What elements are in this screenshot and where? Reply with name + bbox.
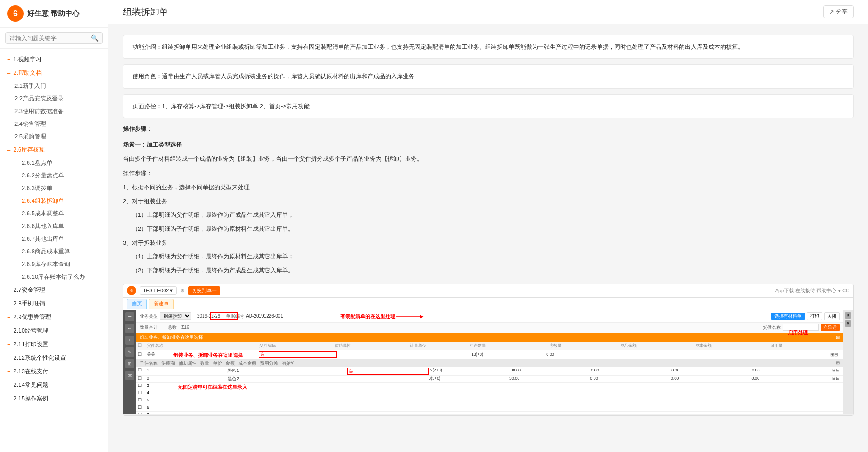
mock-topbar: 6 TEST-H002 ▼ ⚙ 切换到单一 App下载 在线接待 帮助中心 ● … [123,284,853,298]
mock-icon-5[interactable]: ⊞ [125,359,134,368]
mock-confirm-btn[interactable]: 选择有材料单 [771,313,805,320]
mock-save-btn[interactable]: 立采运 [821,324,840,331]
page-title: 组装拆卸单 [123,6,168,18]
expand-icon: + [7,314,11,321]
mock-right-icon-1[interactable]: ⊞ [845,312,851,319]
step2: 2、对于组装业务 [123,196,854,207]
search-area: 🔍 [0,28,108,49]
screenshot-container: 6 TEST-H002 ▼ ⚙ 切换到单一 App下载 在线接待 帮助中心 ● … [123,284,854,416]
expand-icon: + [7,341,11,348]
sidebar-item-cases[interactable]: + 2.15操作案例 [0,392,108,405]
mock-tab-new[interactable]: 新建单 [149,299,174,309]
step1: 1、根据不同的业务，选择不同单据的类型来处理 [123,182,854,193]
search-icon[interactable]: 🔍 [91,34,99,42]
sidebar-item-other-in[interactable]: 2.6.6其他入库单 [0,220,108,233]
sidebar-item-faq[interactable]: + 2.14常见问题 [0,378,108,392]
sidebar-item-online-pay[interactable]: + 2.13在线支付 [0,365,108,378]
content-area: 功能介绍：组装拆卸单用来处理企业组装或拆卸等加工业务，支持有固定装配清单的产品加… [108,24,868,427]
sidebar-item-other-out[interactable]: 2.6.7其他出库单 [0,233,108,245]
sidebar-item-print[interactable]: + 2.11打印设置 [0,338,108,351]
path-intro-text: 页面路径：1、库存核算->库存管理->组装拆卸单 2、首页->常用功能 [132,103,310,109]
func-intro-block: 功能介绍：组装拆卸单用来处理企业组装或拆卸等加工业务，支持有固定装配清单的产品加… [123,35,854,59]
mock-close-btn[interactable]: 关闭 [824,312,840,320]
mock-switch-btn[interactable]: 切换到单一 [188,286,220,295]
sidebar: 6 好生意 帮助中心 🔍 + 1.视频学习 – 2.帮助文档 2.1新手入门 2… [0,0,108,452]
logo-area: 6 好生意 帮助中心 [0,0,108,28]
steps-label: 操作步骤： [123,168,854,179]
sidebar-item-operation[interactable]: + 2.10经营管理 [0,324,108,338]
sidebar-item-docs[interactable]: – 2.帮助文档 [0,66,108,80]
func-intro-text: 功能介绍：组装拆卸单用来处理企业组装或拆卸等加工业务，支持有固定装配清单的产品加… [132,43,744,50]
sidebar-item-coupon[interactable]: + 2.9优惠券管理 [0,310,108,324]
mock-icon-3[interactable]: + [125,336,134,345]
logo-text: 好生意 帮助中心 [27,9,80,19]
search-input[interactable] [9,35,91,42]
mock-icon-6[interactable]: ⌘ [125,371,134,380]
screenshot-mock: 6 TEST-H002 ▼ ⚙ 切换到单一 App下载 在线接待 帮助中心 ● … [123,284,853,415]
mock-body: ☰ ↩ + ✎ ⊞ ⌘ 业务类型 [123,310,853,414]
sidebar-item-cost-adjust[interactable]: 2.6.5成本调整单 [0,207,108,220]
step3: 3、对于拆装业务 [123,238,854,249]
mock-right-icons: ⊞ ⊟ [843,310,853,414]
sidebar-item-assembly[interactable]: 2.6.4组装拆卸单 [0,195,108,207]
mock-warehouse-input[interactable] [783,324,819,331]
expand-icon: + [7,395,11,402]
mock-actions: 选择有材料单 打印 关闭 [771,312,840,320]
type-select[interactable]: 组装拆卸 [160,312,191,320]
sidebar-item-capital[interactable]: + 2.7资金管理 [0,283,108,297]
sidebar-item-stock-wrong[interactable]: 2.6.10库存账本错了么办 [0,271,108,283]
sidebar-item-adjust[interactable]: 2.6.3调拨单 [0,182,108,195]
mock-icon-2[interactable]: ↩ [125,324,134,333]
sidebar-item-cost-calc[interactable]: 2.6.8商品成本重算 [0,245,108,258]
mock-field-type: 业务类型 组装拆卸 [140,312,191,320]
sidebar-item-newbie[interactable]: 2.1新手入门 [0,80,108,92]
mock-main: 业务类型 组装拆卸 2019-12-26 单据编号 AD-20191226-00 [136,310,843,414]
mock-upper-section: 组装业务、拆卸业务在这里选择 ⊞ ☐ 父件名称 父件编码 辅助属性 计量单位 生… [136,333,843,359]
sidebar-item-inventory[interactable]: – 2.6库存核算 [0,143,108,157]
step3-2: （2）下部明细为子件明细，最终作为产成品生成其它入库单。 [123,265,854,276]
mock-lower-row-2: ☐ 2 黑色 2 3(3+0) 30.00 0.00 0.00 0.00 ⊞⊟ [136,376,843,383]
scene1-title: 场景一：加工类型选择 [123,139,854,151]
sidebar-item-sales[interactable]: 2.4销售管理 [0,118,108,130]
mock-left-icons: ☰ ↩ + ✎ ⊞ ⌘ [123,310,136,414]
share-button[interactable]: ↗ 分享 [823,5,854,18]
expand-icon: + [7,287,11,294]
mock-right-icon-2[interactable]: ⊟ [845,320,851,327]
mock-company-select[interactable]: TEST-H002 ▼ [140,286,177,295]
sidebar-item-video[interactable]: + 1.视频学习 [0,52,108,66]
steps-title: 操作步骤： [123,124,854,135]
mock-lower-row-4: ☐ 4 [136,390,843,397]
expand-icon: + [7,56,11,63]
expand-icon: + [7,328,11,334]
sidebar-item-purchase[interactable]: 2.5采购管理 [0,130,108,143]
mock-lower-row-3: ☐ 3 [136,383,843,390]
sidebar-item-data-prep[interactable]: 2.3使用前数据准备 [0,105,108,118]
sidebar-item-stock-query[interactable]: 2.6.9库存账本查询 [0,258,108,271]
sidebar-item-install[interactable]: 2.2产品安装及登录 [0,92,108,105]
search-box[interactable]: 🔍 [5,32,103,44]
mock-lower-section-bar: 子件名称 供应商 辅助属性 数量 单价 金额 成本金额 费用分摊 初始V ⊞ [136,359,843,367]
role-intro-text: 使用角色：通常由生产人员或库管人员完成拆装业务的操作，库管人员确认原材料的出库和… [132,73,415,80]
header-bar: 组装拆卸单 ↗ 分享 [108,0,868,24]
step3-1: （1）上部明细为父件明细，最终作为原材料生成其它出库单； [123,251,854,262]
mock-tab-home[interactable]: 自页 [127,299,147,309]
expand-icon: + [7,382,11,389]
mock-icon-1[interactable]: ☰ [125,312,134,321]
mock-subform: 数量合计： 总数：Σ16 货供名称 立采运 [136,323,843,333]
sidebar-item-mobile[interactable]: + 2.8手机旺铺 [0,297,108,310]
sidebar-item-split-stocktake[interactable]: 2.6.2分量盘点单 [0,169,108,182]
sidebar-item-system[interactable]: + 2.12系统个性化设置 [0,351,108,365]
mock-icon-4[interactable]: ✎ [125,347,134,357]
mock-print-btn[interactable]: 打印 [807,312,822,320]
mock-lower-row-5: ☐ 5 [136,397,843,404]
mock-lower-row-1: ☐ 1 黑色 1 选 2(2+0) 30.00 0.00 0.00 0.00 ⊞… [136,367,843,376]
mock-lower-row-6: ☐ 6 [136,404,843,412]
mock-upper-row-1: ☐ 关关 选 13(+3) 0.00 ⊞⊟ [136,350,843,359]
mock-lower-section: 子件名称 供应商 辅助属性 数量 单价 金额 成本金额 费用分摊 初始V ⊞ [136,359,843,414]
step2-1: （1）上部明细为父件明细，最终作为产成品生成其它入库单； [123,209,854,221]
mock-form-row: 业务类型 组装拆卸 2019-12-26 单据编号 AD-20191226-00 [136,310,843,323]
collapse-icon: – [7,70,10,76]
expand-icon: + [7,355,11,362]
sidebar-item-stocktake[interactable]: 2.6.1盘点单 [0,157,108,169]
mock-upper-section-bar: 组装业务、拆卸业务在这里选择 ⊞ [136,333,843,342]
